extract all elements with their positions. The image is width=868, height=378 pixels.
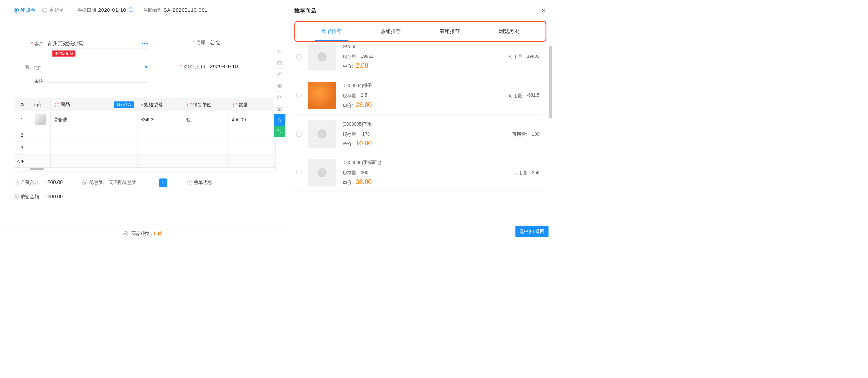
- coupon-label: 优惠券:: [89, 179, 104, 185]
- table-row[interactable]: 3: [14, 142, 275, 154]
- col-spec[interactable]: 规格型号: [137, 98, 183, 111]
- deal-icon: %: [14, 194, 19, 199]
- col-img[interactable]: 商: [30, 98, 51, 111]
- minus-icon: —: [67, 179, 73, 186]
- product-list[interactable]: 250ml 现存量19952 可用量19903 单价:2.00 [0000004…: [294, 42, 546, 192]
- list-item: [0000004]橘子 现存量2.5 可用量-681.5 单价:28.00: [294, 76, 542, 115]
- tab-slow[interactable]: 滞销推荐: [433, 24, 467, 41]
- product-checkbox[interactable]: [296, 93, 301, 98]
- doc-date-value[interactable]: 2020-01-10: [98, 7, 126, 13]
- h-scrollbar[interactable]: [14, 167, 275, 172]
- swap-icon[interactable]: [274, 80, 285, 92]
- currency-icon[interactable]: [274, 103, 285, 114]
- close-icon[interactable]: ✕: [541, 7, 546, 14]
- chart-icon[interactable]: [274, 57, 285, 69]
- product-checkbox[interactable]: [296, 132, 301, 137]
- refresh-button[interactable]: [159, 178, 167, 187]
- table-row[interactable]: 1果倍爽534532包400.00: [14, 111, 275, 129]
- notes-icon[interactable]: [274, 46, 285, 57]
- discount-icon: ✓: [187, 180, 192, 185]
- warehouse-label: 仓库: [176, 39, 210, 45]
- scan-button[interactable]: 扫码录入: [114, 101, 134, 108]
- col-product[interactable]: 商品扫码录入: [51, 98, 137, 111]
- svg-point-3: [278, 84, 282, 88]
- product-checkbox[interactable]: [296, 54, 301, 59]
- tab-hot[interactable]: 热销推荐: [374, 24, 408, 41]
- customer-value: 苏州万达沃尔玛: [48, 40, 83, 47]
- coupon-input[interactable]: [109, 180, 154, 185]
- list-item: [0000006]手撕面包 现存量300 可用量256 单价:38.00: [294, 153, 542, 192]
- subtotal-row: 小计: [14, 154, 275, 167]
- deal-value: 1200.00: [45, 194, 63, 200]
- items-table: ⚙ 商 商品扫码录入 规格型号 销售单位 数量 1果倍爽534532包400.0…: [14, 98, 276, 172]
- yen-icon: ¥: [14, 180, 19, 185]
- amount-label: 金额合计:: [21, 179, 40, 185]
- customer-select[interactable]: 苏州万达沃尔玛•••: [48, 39, 148, 49]
- expand-icon[interactable]: [274, 126, 285, 137]
- gear-icon[interactable]: ⚙: [20, 102, 24, 107]
- doc-date-label: 单据日期: [78, 7, 96, 13]
- address-select[interactable]: ▼: [48, 63, 148, 71]
- doc-no-label: 单据编号: [143, 7, 161, 13]
- product-image: [308, 159, 336, 186]
- due-label: 收款到期日: [176, 63, 210, 70]
- product-checkbox[interactable]: [296, 170, 301, 175]
- cube-icon: ⊡: [123, 231, 128, 236]
- product-image: [308, 120, 336, 148]
- house-icon[interactable]: [274, 92, 285, 103]
- more-icon[interactable]: •••: [142, 41, 148, 47]
- star-icon[interactable]: [274, 114, 285, 126]
- table-row[interactable]: 2: [14, 129, 275, 142]
- warehouse-value[interactable]: 总仓: [210, 39, 220, 46]
- side-toolbar: [274, 46, 285, 137]
- tab-history[interactable]: 浏览历史: [492, 24, 526, 41]
- v-scrollbar[interactable]: [549, 46, 552, 119]
- rec-tabs-highlight: 新品推荐 热销推荐 滞销推荐 浏览历史: [294, 21, 546, 42]
- remark-label: 备注: [14, 78, 48, 84]
- period-badge: 不固定账期: [52, 50, 75, 56]
- doc-no-value: SA-20200110-001: [164, 7, 208, 13]
- product-thumb: [35, 114, 46, 125]
- select-return-button[interactable]: 选中(0) 返回: [515, 226, 548, 237]
- deal-label: 成交金额:: [21, 194, 40, 200]
- due-date[interactable]: 2020-01-10: [210, 63, 238, 70]
- product-image: [308, 82, 336, 109]
- chevron-down-icon[interactable]: ▼: [144, 65, 148, 70]
- list-item: 250ml 现存量19952 可用量19903 单价:2.00: [294, 42, 542, 76]
- gear-column[interactable]: ⚙: [14, 98, 30, 111]
- bottom-summary: ⊡ 商品种类 : 1 种: [0, 225, 285, 242]
- col-unit[interactable]: 销售单位: [183, 98, 229, 111]
- address-label: 客户地址: [14, 64, 48, 70]
- order-discount-label: 整单优惠:: [194, 179, 213, 185]
- amount-value: 1200.00: [45, 180, 63, 186]
- svg-rect-1: [278, 50, 281, 53]
- col-qty[interactable]: 数量: [229, 98, 275, 111]
- product-name: 250ml: [343, 44, 540, 50]
- remark-input[interactable]: [48, 80, 148, 82]
- svg-point-5: [317, 52, 327, 62]
- product-image: [308, 43, 336, 71]
- link-icon[interactable]: [274, 69, 285, 80]
- customer-label: 客户: [14, 41, 48, 47]
- product-name: [0000005]芒果: [343, 121, 540, 127]
- svg-rect-0: [129, 8, 133, 11]
- svg-point-7: [317, 168, 327, 177]
- panel-title: 推荐商品: [294, 7, 546, 14]
- product-name: [0000004]橘子: [343, 82, 540, 88]
- calendar-icon[interactable]: [128, 7, 134, 14]
- svg-point-6: [317, 129, 327, 139]
- product-name: [0000006]手撕面包: [343, 159, 540, 165]
- tab-new[interactable]: 新品推荐: [315, 24, 348, 41]
- coupon-icon: 券: [82, 180, 87, 185]
- list-item: [0000005]芒果 现存量-178 可用量-190 单价:10.00: [294, 115, 542, 153]
- minus-icon: —: [172, 179, 178, 186]
